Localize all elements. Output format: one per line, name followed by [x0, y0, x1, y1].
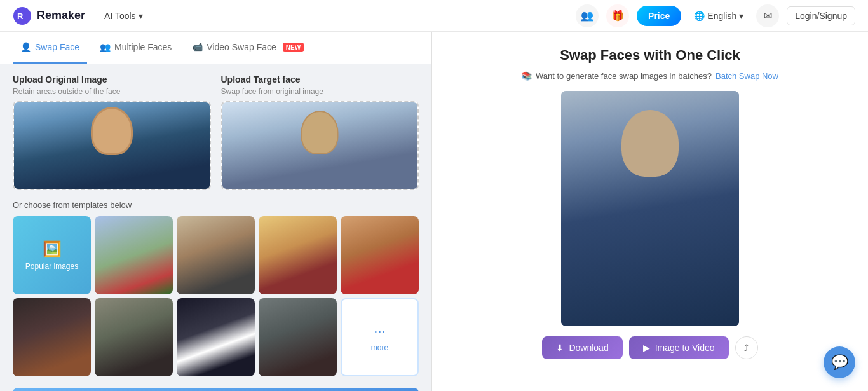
new-badge: NEW	[283, 43, 304, 52]
template-popular-images[interactable]: 🖼️ Popular images	[13, 216, 91, 294]
price-button[interactable]: Price	[637, 6, 681, 26]
template-item-2[interactable]	[177, 216, 255, 294]
chat-icon: 💬	[831, 354, 848, 371]
chevron-down-icon: ▾	[739, 11, 743, 21]
gallery-icon: 🖼️	[43, 240, 62, 258]
chat-fab-button[interactable]: 💬	[824, 346, 855, 378]
template-item-8[interactable]	[259, 298, 337, 376]
gift-icon-button[interactable]: 🎁	[606, 4, 629, 27]
template-item-7[interactable]	[177, 298, 255, 376]
tab-multiple-faces[interactable]: 👥 Multiple Faces	[92, 32, 179, 64]
original-upload-label: Upload Original Image	[13, 74, 211, 85]
stack-icon: 📚	[522, 71, 532, 81]
video-label: Image to Video	[655, 343, 715, 353]
header-left: R Remaker AI Tools ▾	[13, 6, 149, 25]
swap-button[interactable]: Swap	[13, 388, 419, 391]
more-dots-icon: ···	[374, 323, 385, 340]
video-icon: 📹	[192, 42, 203, 52]
result-image	[561, 91, 739, 326]
template-item-3[interactable]	[259, 216, 337, 294]
tab-swap-face[interactable]: 👤 Swap Face	[13, 32, 87, 64]
target-face-preview	[222, 102, 418, 189]
share-button[interactable]: ⤴	[735, 336, 758, 359]
target-upload-label: Upload Target face	[221, 74, 419, 85]
users-icon-button[interactable]: 👥	[576, 4, 599, 27]
template-grid-row1: 🖼️ Popular images	[13, 216, 419, 294]
person-icon: 👤	[20, 42, 31, 52]
original-upload-sublabel: Retain areas outside of the face	[13, 87, 211, 96]
main-layout: 👤 Swap Face 👥 Multiple Faces 📹 Video Swa…	[0, 32, 868, 391]
template-section: Or choose from templates below 🖼️ Popula…	[0, 200, 431, 380]
image-to-video-button[interactable]: ▶ Image to Video	[629, 336, 729, 359]
language-selector[interactable]: 🌐 English ▾	[689, 7, 749, 25]
tab-video-swap-label: Video Swap Face	[207, 42, 276, 52]
target-upload-area[interactable]	[221, 101, 419, 190]
mail-icon-button[interactable]: ✉	[756, 4, 779, 27]
result-face-preview	[561, 91, 739, 326]
popular-label: Popular images	[25, 262, 78, 271]
original-upload-area[interactable]	[13, 101, 211, 190]
header: R Remaker AI Tools ▾ 👥 🎁 Price 🌐 English…	[0, 0, 868, 32]
batch-link[interactable]: Batch Swap Now	[715, 71, 778, 81]
logo-text: Remaker	[37, 9, 85, 22]
template-item-4[interactable]	[341, 216, 419, 294]
download-icon: ⬇	[556, 343, 564, 353]
template-choose-label: Or choose from templates below	[13, 200, 419, 210]
share-icon: ⤴	[744, 343, 749, 353]
logo[interactable]: R Remaker	[13, 6, 85, 25]
video-convert-icon: ▶	[643, 343, 650, 353]
header-right: 👥 🎁 Price 🌐 English ▾ ✉ Login/Signup	[576, 4, 855, 27]
tab-swap-face-label: Swap Face	[35, 42, 79, 52]
template-item-1[interactable]	[95, 216, 173, 294]
result-title: Swap Faces with One Click	[560, 47, 740, 64]
tab-multiple-faces-label: Multiple Faces	[114, 42, 172, 52]
download-button[interactable]: ⬇ Download	[542, 336, 622, 359]
logo-icon: R	[13, 6, 32, 25]
ai-tools-label: AI Tools	[104, 11, 136, 21]
template-grid-row2: ··· more	[13, 298, 419, 376]
result-actions: ⬇ Download ▶ Image to Video ⤴	[542, 336, 757, 359]
original-face-preview	[14, 102, 210, 189]
template-item-6[interactable]	[95, 298, 173, 376]
language-label: English	[707, 11, 736, 21]
people-icon: 👥	[100, 42, 111, 52]
target-upload-sublabel: Swap face from original image	[221, 87, 419, 96]
original-upload-box: Upload Original Image Retain areas outsi…	[13, 74, 211, 190]
batch-description: Want to generate face swap images in bat…	[536, 71, 712, 81]
svg-text:R: R	[17, 11, 24, 21]
template-more-button[interactable]: ··· more	[341, 298, 419, 376]
batch-info: 📚 Want to generate face swap images in b…	[522, 71, 778, 81]
target-upload-box: Upload Target face Swap face from origin…	[221, 74, 419, 190]
download-label: Download	[569, 343, 608, 353]
globe-icon: 🌐	[694, 11, 705, 21]
tabs-bar: 👤 Swap Face 👥 Multiple Faces 📹 Video Swa…	[0, 32, 431, 64]
more-label: more	[371, 343, 388, 352]
right-panel: Swap Faces with One Click 📚 Want to gene…	[432, 32, 868, 391]
template-item-5[interactable]	[13, 298, 91, 376]
swap-section: Swap	[0, 380, 431, 391]
tab-video-swap[interactable]: 📹 Video Swap Face NEW	[184, 32, 311, 64]
left-panel: 👤 Swap Face 👥 Multiple Faces 📹 Video Swa…	[0, 32, 432, 391]
login-button[interactable]: Login/Signup	[787, 6, 855, 25]
ai-tools-menu[interactable]: AI Tools ▾	[98, 7, 149, 25]
chevron-down-icon: ▾	[139, 11, 143, 21]
upload-section: Upload Original Image Retain areas outsi…	[0, 64, 431, 200]
